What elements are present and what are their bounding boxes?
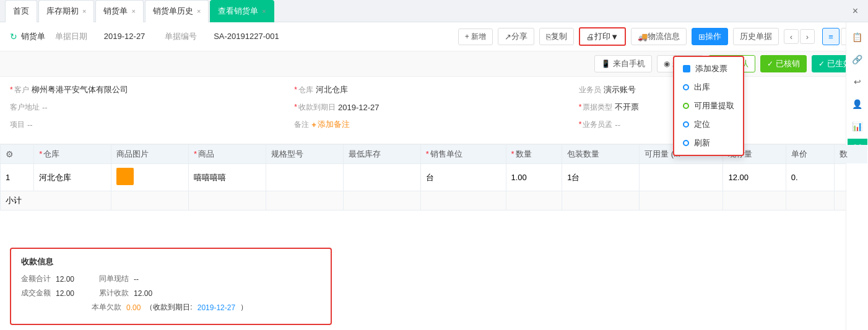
square-icon — [683, 65, 690, 72]
customer-field: 客户 柳州粤港平安气体有限公司 — [10, 84, 289, 95]
row-available — [640, 164, 723, 191]
cumulative-field: 累计收款 12.00 — [99, 288, 152, 298]
tab-sales-order[interactable]: 销货单 × — [95, 0, 143, 22]
due-date-field: 收款到期日 2019-12-27 — [294, 102, 573, 113]
history-button[interactable]: 历史单据 — [733, 28, 779, 45]
tab-view-close[interactable]: × — [262, 7, 266, 15]
subtotal-price — [786, 191, 834, 211]
due-field: 本单欠款 0.00 （收款到期日: 2019-12-27 ） — [92, 302, 248, 313]
sidebar-icon-5[interactable]: 📊 — [848, 116, 867, 136]
subtotal-image — [111, 191, 189, 211]
table-container: ⚙ 仓库 商品图片 商品 规格型号 最低库存 销售单位 数量 包装数量 可用量 … — [0, 144, 868, 243]
payment-row-3: 本单欠款 0.00 （收款到期日: 2019-12-27 ） — [21, 302, 321, 313]
available-qty-item[interactable]: 可用量提取 — [674, 97, 743, 115]
subtotal-label: 小计 — [1, 191, 111, 211]
settings-icon[interactable]: ⚙ — [6, 149, 14, 159]
tab-sales-history[interactable]: 销货单历史 × — [145, 0, 209, 22]
sidebar-icon-1[interactable]: 📋 — [848, 27, 867, 47]
tab-bar: 首页 库存期初 × 销货单 × 销货单历史 × 查看销货单 × × — [0, 0, 868, 22]
add-invoice-item[interactable]: 添加发票 — [674, 59, 743, 78]
add-note-button[interactable]: 添加备注 — [311, 119, 350, 130]
header-actions: + 新增 ↗ 分享 ⎘ 复制 🖨 打印 ▼ 🚚 物流信息 ⊞ 操作 — [458, 27, 858, 46]
col-spec: 规格型号 — [266, 145, 344, 164]
tab-inventory-init[interactable]: 库存期初 × — [38, 0, 94, 22]
copy-button[interactable]: ⎘ 复制 — [539, 28, 574, 45]
subtotal-product — [189, 191, 266, 211]
operations-button[interactable]: ⊞ 操作 — [692, 28, 728, 45]
list-view-button[interactable]: ≡ — [822, 28, 840, 45]
new-button[interactable]: + 新增 — [458, 28, 493, 45]
tab-view-sales[interactable]: 查看销货单 × — [210, 0, 274, 22]
copy-icon: ⎘ — [546, 32, 551, 41]
row-price: 0. — [786, 164, 834, 191]
project-field: 项目 -- — [10, 119, 289, 130]
locate-item[interactable]: 定位 — [674, 115, 743, 134]
operations-icon: ⊞ — [698, 32, 705, 41]
col-price: 单价 — [786, 145, 834, 164]
col-product: 商品 — [189, 145, 266, 164]
doc-title: ↻ 销货单 — [10, 31, 45, 42]
col-amount: 数 — [834, 145, 867, 164]
effective-icon: ✓ — [818, 59, 825, 68]
col-pack-qty: 包装数量 — [562, 145, 640, 164]
due-date-value: 2019-12-27 — [197, 303, 235, 312]
address-field: 客户地址 -- — [10, 102, 289, 113]
outbound-item[interactable]: 出库 — [674, 78, 743, 97]
table-row: 1 河北仓库 嘻嘻嘻嘻 台 1.00 1台 12.00 0. — [1, 164, 868, 191]
due-end: ） — [240, 302, 248, 313]
row-image — [111, 164, 189, 191]
refresh-icon — [683, 140, 689, 146]
due-label: 本单欠款 — [92, 302, 121, 313]
subtotal-qty — [506, 191, 562, 211]
subtotal-row: 小计 — [1, 191, 868, 211]
voided-button[interactable]: ✓ 已核销 — [760, 55, 807, 72]
print-button[interactable]: 🖨 打印 ▼ — [579, 27, 626, 46]
cumulative-value: 12.00 — [134, 289, 152, 298]
payment-row-1: 金额合计 12.00 同单现结 -- — [21, 274, 321, 284]
tab-history-close[interactable]: × — [197, 7, 201, 15]
nav-arrows: ‹ › — [784, 29, 815, 44]
prev-button[interactable]: ‹ — [784, 29, 799, 44]
subtotal-pack — [562, 191, 640, 211]
small-circle-icon — [683, 103, 689, 109]
col-settings: ⚙ — [1, 145, 34, 164]
row-unit: 台 — [420, 164, 506, 191]
due-suffix: （收款到期日: — [145, 302, 192, 313]
product-image — [116, 168, 134, 185]
sidebar-icon-2[interactable]: 🔗 — [848, 50, 867, 69]
same-order-field: 同单现结 -- — [99, 274, 139, 284]
subtotal-available — [640, 191, 723, 211]
transaction-value: 12.00 — [56, 289, 74, 298]
col-unit: 销售单位 — [420, 145, 506, 164]
ticket-icon: ◉ — [664, 59, 670, 68]
logistics-button[interactable]: 🚚 物流信息 — [631, 28, 687, 45]
same-order-value: -- — [134, 275, 139, 284]
col-warehouse: 仓库 — [34, 145, 111, 164]
next-button[interactable]: › — [800, 29, 815, 44]
tab-inventory-close[interactable]: × — [82, 7, 86, 15]
locate-icon — [683, 121, 689, 128]
check-icon: ✓ — [767, 59, 773, 68]
sidebar-icon-3[interactable]: ↩ — [848, 72, 867, 92]
from-phone-button[interactable]: 📱 来自手机 — [594, 55, 652, 72]
col-image: 商品图片 — [111, 145, 189, 164]
share-button[interactable]: ↗ 分享 — [498, 28, 534, 45]
cumulative-label: 累计收款 — [99, 288, 129, 298]
phone-icon: 📱 — [601, 59, 610, 68]
sidebar-icon-4[interactable]: 👤 — [848, 94, 867, 114]
note-field: 备注 添加备注 — [294, 119, 573, 130]
window-close-button[interactable]: × — [848, 3, 863, 19]
doc-header: ↻ 销货单 单据日期 2019-12-27 单据编号 SA-20191227-0… — [0, 22, 868, 51]
tab-bar-right: × — [848, 6, 863, 17]
tab-home[interactable]: 首页 — [5, 0, 37, 22]
total-value: 12.00 — [56, 275, 74, 284]
number-label-text: 单据编号 SA-20191227-001 — [165, 31, 289, 42]
row-product: 嘻嘻嘻嘻 — [189, 164, 266, 191]
subtotal-current — [723, 191, 786, 211]
row-warehouse: 河北仓库 — [34, 164, 111, 191]
total-field: 金额合计 12.00 — [21, 274, 74, 284]
share-icon: ↗ — [505, 32, 511, 41]
total-label: 金额合计 — [21, 274, 51, 284]
tab-sales-close[interactable]: × — [131, 7, 135, 15]
refresh-item[interactable]: 刷新 — [674, 134, 743, 152]
